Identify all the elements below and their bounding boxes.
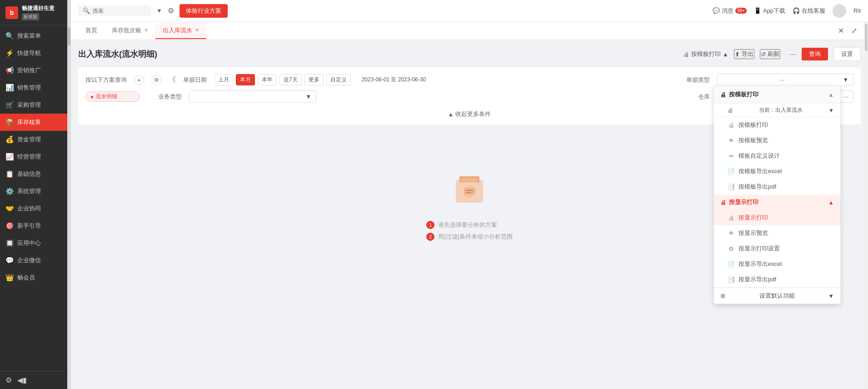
biz-type-select[interactable]: ▼ bbox=[189, 90, 316, 103]
tab-batch-close[interactable]: ✕ bbox=[144, 27, 148, 33]
display-pdf-label: 按显示导出pdf bbox=[738, 275, 776, 284]
display-section-title: 按显示打印 bbox=[729, 198, 758, 206]
export-button[interactable]: ⬆ 导出 bbox=[734, 49, 754, 59]
app-download-action[interactable]: 📱 App下载 bbox=[754, 7, 785, 15]
finance-icon: 💰 bbox=[5, 135, 14, 144]
sidebar-item-finance[interactable]: 💰 资金管理 bbox=[0, 131, 67, 148]
display-print-icon: 🖨 bbox=[728, 214, 735, 221]
sidebar-label-collab: 企业协同 bbox=[17, 204, 41, 213]
dropdown-header-collapse-arrow[interactable]: ▲ bbox=[828, 91, 834, 98]
sidebar-item-search[interactable]: 🔍 搜索菜单 bbox=[0, 27, 67, 45]
sidebar-item-inventory[interactable]: 📦 库存核算 bbox=[0, 114, 67, 131]
collapse-label: 收起更多条件 bbox=[455, 110, 491, 118]
search-box-icon: 🔍 bbox=[83, 7, 90, 14]
template-print-dropdown: 🖨 按模板打印 ▲ 🖨 当前：出入库流水 ▼ 🖨 按模板打印 👁 按模板预览 bbox=[713, 85, 841, 304]
date-range-display: 2023-06-01 至 2023-06-30 bbox=[362, 76, 426, 84]
search-dropdown-arrow[interactable]: ▼ bbox=[156, 7, 162, 14]
tab-home[interactable]: 首页 bbox=[78, 23, 105, 39]
sales-icon: 📊 bbox=[5, 84, 14, 92]
trial-btn[interactable]: 体验行业方案 bbox=[180, 4, 228, 18]
sidebar-item-sales[interactable]: 📊 销售管理 bbox=[0, 79, 67, 96]
settings-icon[interactable]: ⚙ bbox=[5, 376, 12, 384]
tab-flow-close[interactable]: ✕ bbox=[195, 27, 199, 33]
filter-scheme-label: 按以下方案查询 bbox=[85, 76, 127, 84]
sidebar-item-purchase[interactable]: 🛒 采购管理 bbox=[0, 96, 67, 114]
collapse-sidebar-icon[interactable]: ◀▮ bbox=[17, 376, 27, 384]
sidebar-item-appcenter[interactable]: 🔲 应用中心 bbox=[0, 234, 67, 252]
svg-rect-4 bbox=[464, 188, 475, 194]
template-print-button[interactable]: 🖨 按模板打印 ▲ bbox=[683, 50, 728, 58]
sidebar-item-operations[interactable]: 📈 经营管理 bbox=[0, 148, 67, 165]
template-print-label: 按模板打印 bbox=[691, 50, 721, 58]
sidebar-navigation: 🔍 搜索菜单 ⚡ 快捷导航 📢 营销推广 📊 销售管理 🛒 采购管理 📦 库存核… bbox=[0, 25, 67, 371]
tab-flow[interactable]: 出入库流水 ✕ bbox=[155, 23, 206, 39]
template-preview-item-label: 按模板预览 bbox=[738, 136, 768, 145]
dropdown-template-print[interactable]: 🖨 按模板打印 bbox=[714, 117, 840, 133]
date-this-year-btn[interactable]: 本年 bbox=[258, 74, 277, 85]
template-print-item-label: 按模板打印 bbox=[738, 121, 768, 129]
doc-type-arrow: ▼ bbox=[843, 76, 848, 83]
date-this-month-btn[interactable]: 本月 bbox=[236, 74, 255, 85]
display-section-icon: 🖨 bbox=[720, 199, 726, 206]
display-settings-icon: ⚙ bbox=[728, 245, 735, 252]
marketing-icon: 📢 bbox=[5, 66, 14, 75]
message-action[interactable]: 💬 消息 99+ bbox=[713, 7, 747, 15]
close-window-icon[interactable]: ✕ bbox=[834, 26, 848, 35]
sidebar-item-quicknav[interactable]: ⚡ 快捷导航 bbox=[0, 45, 67, 62]
dropdown-footer-settings[interactable]: ⚙ 设置默认功能 ▼ bbox=[714, 288, 840, 304]
right-scroll-thumb bbox=[865, 24, 868, 51]
biz-type-arrow: ▼ bbox=[305, 93, 311, 100]
sidebar-item-member[interactable]: 👑 畅会员 bbox=[0, 269, 67, 286]
refresh-label: 刷新 bbox=[768, 50, 779, 58]
template-preview-icon: 👁 bbox=[728, 137, 735, 144]
filter-tag-area: ● 流水明细 bbox=[85, 91, 140, 102]
online-service-action[interactable]: 🎧 在线客服 bbox=[793, 7, 825, 15]
dropdown-template-pdf[interactable]: 📑 按模板导出pdf bbox=[714, 179, 840, 194]
dropdown-display-preview[interactable]: 👁 按显示预览 bbox=[714, 225, 840, 241]
template-excel-item-label: 按模板导出excel bbox=[738, 167, 782, 175]
date-last-month-btn[interactable]: 上月 bbox=[214, 74, 233, 85]
tabs-bar: 首页 库存批次账 ✕ 出入库流水 ✕ ✕ ⤢ bbox=[71, 22, 868, 40]
logo-area: b 畅捷通好生意 标准版 bbox=[0, 0, 67, 25]
query-button[interactable]: 查询 bbox=[802, 48, 828, 60]
sidebar-item-system[interactable]: ⚙️ 系统管理 bbox=[0, 183, 67, 200]
dropdown-template-preview[interactable]: 👁 按模板预览 bbox=[714, 133, 840, 148]
basic-icon: 📋 bbox=[5, 170, 14, 178]
footer-arrow: ▼ bbox=[828, 293, 834, 299]
sidebar-item-guide[interactable]: 🎯 新手引导 bbox=[0, 217, 67, 234]
filter-collapse-arrow[interactable]: 《 bbox=[169, 75, 176, 85]
topbar-search-box[interactable]: 🔍 bbox=[78, 5, 151, 16]
dropdown-display-excel[interactable]: 📄 按显示导出excel bbox=[714, 256, 840, 272]
search-input[interactable] bbox=[93, 8, 138, 14]
collapse-more-btn[interactable]: ▲ 收起更多条件 bbox=[448, 110, 491, 118]
display-preview-icon: 👁 bbox=[728, 229, 735, 237]
sidebar-item-wechat[interactable]: 💬 企业微信 bbox=[0, 252, 67, 269]
settings-button[interactable]: 设置 bbox=[833, 47, 861, 61]
filter-add-button[interactable]: + bbox=[134, 75, 144, 85]
doc-type-select[interactable]: ··· ▼ bbox=[717, 74, 853, 86]
sidebar-item-collab[interactable]: 🤝 企业协同 bbox=[0, 200, 67, 217]
user-avatar[interactable] bbox=[833, 4, 846, 18]
dropdown-display-print[interactable]: 🖨 按显示打印 bbox=[714, 210, 840, 225]
date-custom-btn[interactable]: 自定义 bbox=[326, 74, 351, 85]
date-more-btn[interactable]: 更多 bbox=[304, 74, 324, 85]
date-7days-btn[interactable]: 近7天 bbox=[279, 74, 302, 85]
refresh-button[interactable]: ↺ 刷新 bbox=[760, 49, 780, 59]
filter-setting-button[interactable]: ⚙ bbox=[151, 75, 161, 85]
sidebar-item-basic[interactable]: 📋 基础信息 bbox=[0, 165, 67, 183]
dropdown-template-excel[interactable]: 📄 按模板导出excel bbox=[714, 164, 840, 179]
sidebar-label-basic: 基础信息 bbox=[17, 170, 41, 178]
filter-tag-item[interactable]: ● 流水明细 bbox=[85, 91, 140, 102]
dropdown-display-pdf[interactable]: 📑 按显示导出pdf bbox=[714, 272, 840, 287]
settings-gear-icon[interactable]: ⚙ bbox=[168, 6, 174, 15]
message-label: 消息 bbox=[722, 7, 733, 15]
sidebar-scroll-thumb bbox=[68, 27, 70, 45]
sidebar-item-marketing[interactable]: 📢 营销推广 bbox=[0, 62, 67, 79]
sidebar-scroll-track bbox=[67, 0, 71, 389]
dropdown-template-custom[interactable]: ✏ 模板自定义设计 bbox=[714, 148, 840, 164]
tab-batch[interactable]: 库存批次账 ✕ bbox=[105, 23, 155, 39]
display-section-header[interactable]: 🖨 按显示打印 ▲ bbox=[714, 194, 840, 210]
maximize-icon[interactable]: ⤢ bbox=[848, 26, 861, 35]
more-actions-icon[interactable]: ··· bbox=[789, 50, 796, 59]
dropdown-display-print-settings[interactable]: ⚙ 按显示打印设置 bbox=[714, 241, 840, 256]
